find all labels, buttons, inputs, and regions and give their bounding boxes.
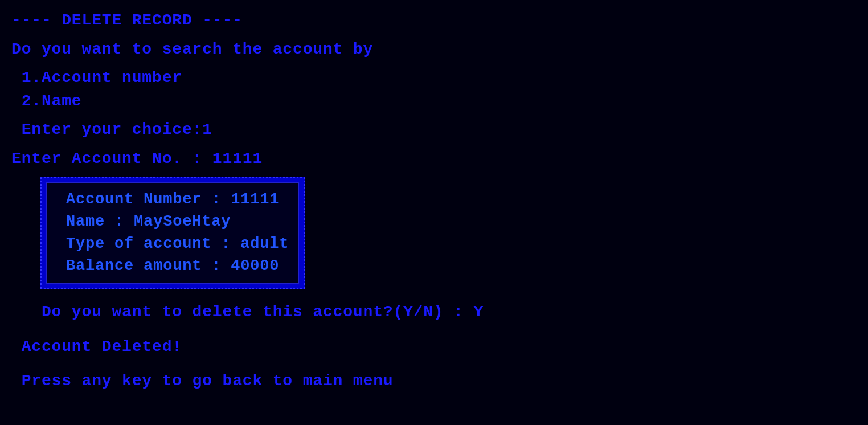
- title-line: ---- DELETE RECORD ----: [11, 9, 857, 32]
- account-no-prompt: Enter Account No. : 11111: [11, 148, 857, 171]
- option1: 1.Account number: [11, 67, 857, 90]
- deleted-message: Account Deleted!: [11, 336, 857, 359]
- account-info-box-inner: Account Number : 11111 Name : MaySoeHtay…: [46, 182, 299, 285]
- account-name-line: Name : MaySoeHtay: [56, 211, 289, 233]
- delete-prompt: Do you want to delete this account?(Y/N)…: [11, 301, 857, 324]
- account-balance-line: Balance amount : 40000: [56, 255, 289, 277]
- account-number-line: Account Number : 11111: [56, 189, 289, 211]
- account-info-box-outer: Account Number : 11111 Name : MaySoeHtay…: [40, 177, 305, 290]
- press-any-key: Press any key to go back to main menu: [11, 370, 857, 393]
- account-type-line: Type of account : adult: [56, 233, 289, 255]
- option2: 2.Name: [11, 90, 857, 113]
- search-prompt: Do you want to search the account by: [11, 38, 857, 62]
- choice-prompt: Enter your choice:1: [11, 118, 857, 142]
